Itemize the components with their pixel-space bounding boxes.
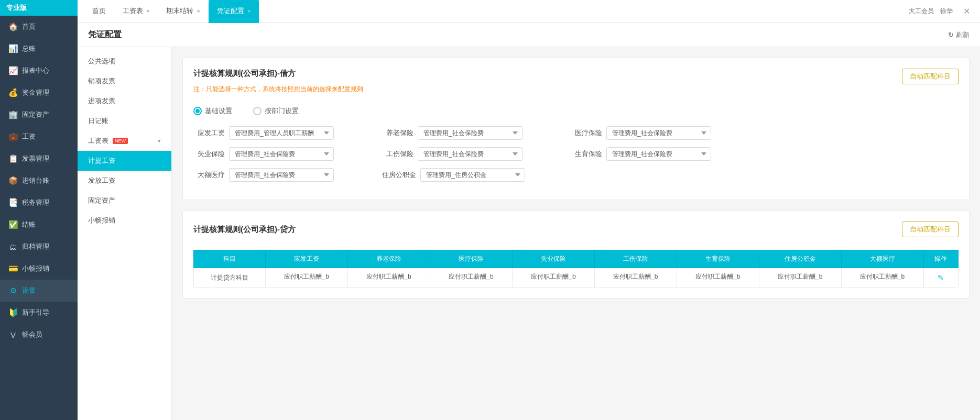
td-maternity-val: 应付职工薪酬_b [677,268,759,288]
sidebar-label-member: 畅会员 [22,330,42,339]
tab-period[interactable]: 期末结转 × [158,0,208,23]
injury-select[interactable]: 管理费用_社会保险费 [418,147,522,161]
table-row: 计提贷方科目 应付职工薪酬_b 应付职工薪酬_b 应付职工薪酬_b 应付职工薪酬… [194,268,959,288]
stockledger-icon: 📦 [8,176,18,185]
leftnav-pay-payroll[interactable]: 发放工资 [78,171,171,191]
sidebar-item-invoice[interactable]: 📋 发票管理 [0,148,78,170]
leftnav-public[interactable]: 公共选项 [78,51,171,71]
medical-label: 医疗保险 [571,128,602,138]
td-major-medical-val: 应付职工薪酬_b [841,268,923,288]
leftnav-purchase-invoice[interactable]: 进项发票 [78,91,171,111]
tab-home-label: 首页 [92,6,106,16]
sidebar-item-payroll[interactable]: 💼 工资 [0,126,78,148]
sidebar-item-settings[interactable]: ⚙ 设置 [0,280,78,302]
sidebar-label-finance: 资金管理 [22,88,49,97]
salary-select[interactable]: 管理费用_管理人员职工薪酬 [229,126,334,140]
td-edit[interactable]: ✎ [923,268,958,288]
sidebar-item-home[interactable]: 🏠 首页 [0,16,78,38]
edit-icon[interactable]: ✎ [938,273,944,282]
window-close-button[interactable]: ✕ [959,4,974,19]
credit-auto-match-button[interactable]: 自动匹配科目 [902,222,959,237]
td-subject: 计提贷方科目 [194,268,266,288]
radio-department[interactable]: 按部门设置 [253,106,299,116]
home-icon: 🏠 [8,22,18,31]
tab-period-close[interactable]: × [197,8,200,14]
leftnav-fixed-assets[interactable]: 固定资产 [78,191,171,211]
td-salary-val: 应付职工薪酬_b [266,268,348,288]
debit-row-3: 大额医疗 管理费用_社会保险费 住房公积金 管理费用_住房公积金 [193,168,959,182]
major-medical-label: 大额医疗 [193,170,225,180]
leftnav-sales-invoice[interactable]: 销项发票 [78,71,171,91]
leftnav-payroll-table[interactable]: 工资表 NEW ▾ [78,131,171,151]
page-header: 凭证配置 ↻ 刷新 [78,23,980,47]
tab-voucher-close[interactable]: × [247,8,251,14]
radio-basic-circle [193,107,202,115]
sidebar-label-assets: 固定资产 [22,110,49,119]
page-title: 凭证配置 [88,29,122,40]
sidebar-label-reports: 报表中心 [22,66,49,75]
finance-icon: 💰 [8,88,18,97]
sidebar-label-ledger: 总账 [22,44,36,53]
brand-label: 专业版 [0,0,78,16]
sidebar-item-ledger[interactable]: 📊 总账 [0,38,78,60]
sidebar-item-tax[interactable]: 📑 税务管理 [0,192,78,214]
sidebar-label-archive: 归档管理 [22,242,49,251]
left-navigation: 公共选项 销项发票 进项发票 日记账 工资表 NEW ▾ 计提工资 [78,47,172,420]
sidebar-item-archive[interactable]: 🗂 归档管理 [0,236,78,258]
leftnav-accrual-payroll[interactable]: 计提工资 [78,151,171,171]
sidebar-label-payroll: 工资 [22,132,36,141]
unemployment-select[interactable]: 管理费用_社会保险费 [229,147,334,161]
sidebar-item-assets[interactable]: 🏢 固定资产 [0,104,78,126]
reports-icon: 📈 [8,66,18,75]
leftnav-expense-report[interactable]: 小畅报销 [78,211,171,230]
debit-auto-match-button[interactable]: 自动匹配科目 [902,69,959,84]
main-content: 首页 工资表 × 期末结转 × 凭证配置 × 大工会员 徐华 ✕ 凭证配置 ↻ … [78,0,980,420]
leftnav-journal[interactable]: 日记账 [78,111,171,131]
debit-row-1: 应发工资 管理费用_管理人员职工薪酬 养老保险 管理费用_社会保险费 医疗保险 [193,126,959,140]
injury-label: 工伤保险 [382,149,413,159]
debit-notice: 注：只能选择一种方式，系统将按照您当前的选择来配置规则 [193,85,363,94]
sidebar: 专业版 🏠 首页 📊 总账 📈 报表中心 💰 资金管理 🏢 固定资产 💼 工资 … [0,0,78,420]
sidebar-label-settings: 设置 [22,286,36,295]
close-accounts-icon: ✅ [8,220,18,229]
field-maternity: 生育保险 管理费用_社会保险费 [571,147,749,161]
sidebar-item-reports[interactable]: 📈 报表中心 [0,60,78,82]
sidebar-item-stockledger[interactable]: 📦 进销台账 [0,170,78,192]
sidebar-item-guide[interactable]: 🔰 新手引导 [0,302,78,324]
radio-basic[interactable]: 基础设置 [193,106,232,116]
sidebar-item-finance[interactable]: 💰 资金管理 [0,82,78,104]
maternity-label: 生育保险 [571,149,602,159]
credit-section: 计提核算规则(公司承担)-贷方 自动匹配科目 科目 应发工资 养老保险 医疗保险… [182,211,970,299]
medical-select[interactable]: 管理费用_社会保险费 [606,126,711,140]
td-injury-val: 应付职工薪酬_b [594,268,677,288]
tab-voucher[interactable]: 凭证配置 × [209,0,259,23]
sidebar-item-member[interactable]: V 畅会员 [0,324,78,346]
field-major-medical: 大额医疗 管理费用_社会保险费 [193,168,372,182]
salary-label: 应发工资 [193,128,225,138]
field-housing: 住房公积金 管理费用_住房公积金 [382,168,560,182]
sidebar-item-close[interactable]: ✅ 结账 [0,214,78,236]
maternity-select[interactable]: 管理费用_社会保险费 [606,147,711,161]
radio-department-circle [253,107,262,115]
tab-payroll-close[interactable]: × [146,8,149,14]
invoice-icon: 📋 [8,154,18,163]
tab-payroll[interactable]: 工资表 × [114,0,158,23]
tab-home[interactable]: 首页 [84,0,114,23]
new-badge: NEW [113,138,128,144]
radio-group: 基础设置 按部门设置 [193,106,959,116]
refresh-button[interactable]: ↻ 刷新 [948,30,970,40]
field-unemployment: 失业保险 管理费用_社会保险费 [193,147,372,161]
tab-bar: 首页 工资表 × 期末结转 × 凭证配置 × 大工会员 徐华 ✕ [78,0,980,23]
payroll-icon: 💼 [8,132,18,141]
th-major-medical: 大额医疗 [841,250,923,268]
th-unemployment: 失业保险 [512,250,594,268]
sidebar-label-home: 首页 [22,22,36,31]
sidebar-item-expense[interactable]: 💳 小畅报销 [0,258,78,280]
sidebar-label-invoice: 发票管理 [22,154,49,163]
major-medical-select[interactable]: 管理费用_社会保险费 [229,168,334,182]
pension-select[interactable]: 管理费用_社会保险费 [418,126,522,140]
th-subject: 科目 [194,250,266,268]
td-housing-val: 应付职工薪酬_b [759,268,841,288]
housing-select[interactable]: 管理费用_住房公积金 [420,168,525,182]
credit-section-title: 计提核算规则(公司承担)-贷方 [193,225,296,235]
